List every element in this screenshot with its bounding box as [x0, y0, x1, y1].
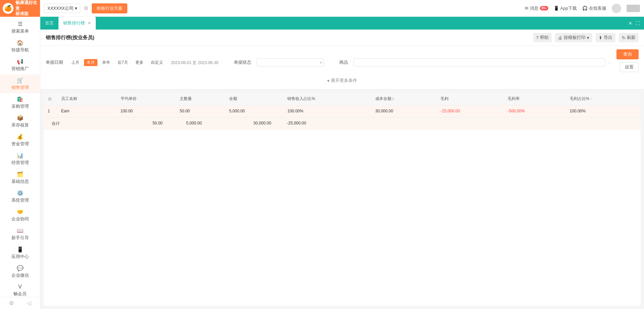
tabbar: 首页 销售排行榜 ✕ ✕ ⛶ — [40, 17, 644, 30]
filter-row: 单据日期 上月 本月 本年 近7天 更多 自定义 2023-06-01 至 20… — [46, 49, 639, 75]
footer-gross-rate — [316, 121, 350, 126]
sales-icon: 🛒 — [17, 77, 24, 84]
sidebar-label-search-order: 搜索菜单 — [11, 28, 29, 34]
sidebar-item-enterprise-collab[interactable]: 🤝企业协同 — [0, 206, 40, 225]
sidebar-item-system[interactable]: ⚙️系统管理 — [0, 187, 40, 206]
custom-date-btn[interactable]: 自定义 — [148, 59, 166, 66]
sidebar-item-sales[interactable]: 🛒销售管理 — [0, 74, 40, 93]
sidebar-label-guide: 新手引导 — [11, 235, 29, 241]
table-header-row: ⚙ 员工名称 平均单价 主数量 全额 销售收入占比% 成本全额 ℹ 毛利 毛利率 — [44, 93, 641, 105]
date-filter-label: 单据日期 — [46, 59, 63, 65]
help-btn[interactable]: ? 帮助 — [533, 33, 552, 42]
tab-sales-ranking[interactable]: 销售排行榜 ✕ — [58, 17, 96, 30]
expand-row: ▾ 展开更多条件 — [46, 75, 639, 86]
sidebar-item-wechat[interactable]: 💬企业微信 — [0, 262, 40, 281]
sidebar: 🍊 畅康通好生意 标准版 ☰搜索菜单🏠快捷导航📢营销推广🛒销售管理🛍️采购管理📦… — [0, 0, 40, 309]
online-service-btn[interactable]: 🎧 在线客服 — [582, 5, 606, 11]
expand-conditions-btn[interactable]: ▾ 展开更多条件 — [327, 78, 357, 84]
more-date-btn[interactable]: 更多 — [133, 59, 146, 66]
export-icon: ⬆ — [599, 35, 602, 40]
sidebar-item-inventory[interactable]: 📦库存核算 — [0, 112, 40, 131]
avatar[interactable] — [612, 4, 621, 13]
help-icon: ? — [536, 35, 539, 40]
this-year-btn[interactable]: 本年 — [99, 59, 113, 66]
gear-icon[interactable]: ⚙ — [84, 5, 88, 11]
sidebar-item-basic-info[interactable]: 🗂️基础信息 — [0, 168, 40, 187]
refresh-label: 刷新 — [627, 35, 636, 41]
export-btn[interactable]: ⬆ 导出 — [596, 33, 615, 42]
collapse-btn[interactable]: ◁ — [27, 300, 31, 306]
sidebar-nav: ☰搜索菜单🏠快捷导航📢营销推广🛒销售管理🛍️采购管理📦库存核算💰资金管理📊经营管… — [0, 17, 40, 297]
table-settings-icon[interactable]: ⚙ — [48, 96, 52, 102]
filter-area: 单据日期 上月 本月 本年 近7天 更多 自定义 2023-06-01 至 20… — [40, 46, 644, 89]
sidebar-label-member: 畅会员 — [13, 291, 27, 297]
query-btn[interactable]: 查询 — [616, 49, 639, 59]
close-icon[interactable]: ✕ — [88, 21, 91, 25]
trial-btn[interactable]: 体验行业方案 — [92, 3, 127, 13]
sidebar-label-operation: 经营管理 — [11, 160, 29, 166]
sidebar-item-guide[interactable]: 📖新手引导 — [0, 225, 40, 244]
message-btn[interactable]: ✉ 消息 99+ — [525, 5, 548, 11]
this-month-btn[interactable]: 本月 — [84, 59, 97, 66]
gross-pct-sort-icon[interactable]: ↑ — [591, 97, 592, 101]
tab-home[interactable]: 首页 — [40, 17, 58, 30]
topbar: XXXXXX公司 ▾ ⚙ 体验行业方案 ✉ 消息 99+ 📱 App下载 🎧 在… — [40, 0, 644, 17]
sidebar-item-app-center[interactable]: 📱应用中心 — [0, 244, 40, 262]
sidebar-label-quick-nav: 快捷导航 — [11, 47, 29, 53]
prev-month-btn[interactable]: 上月 — [69, 59, 82, 66]
finance-icon: 💰 — [17, 134, 24, 140]
sidebar-label-app-center: 应用中心 — [11, 254, 29, 260]
footer-gross: -25,000.00 — [283, 121, 316, 126]
page-header: 销售排行榜(按业务员) ? 帮助 🖨 按模板打印 ▾ ⬆ 导出 ↻ 刷新 — [40, 30, 644, 46]
col-employee: 员工名称 — [57, 93, 117, 105]
col-settings[interactable]: ⚙ — [44, 93, 57, 105]
sidebar-label-sales: 销售管理 — [11, 85, 29, 91]
template-print-btn[interactable]: 🖨 按模板打印 ▾ — [555, 33, 592, 42]
online-service-label: 在线客服 — [589, 5, 606, 11]
app-download-btn[interactable]: 📱 App下载 — [554, 5, 577, 11]
message-label: 消息 — [530, 5, 539, 11]
headset-icon: 🎧 — [582, 6, 588, 11]
col-main-qty: 主数量 — [176, 93, 225, 105]
col-amount: 全额 — [225, 93, 283, 105]
company-selector[interactable]: XXXXXX公司 ▾ — [44, 4, 80, 13]
page-actions: ? 帮助 🖨 按模板打印 ▾ ⬆ 导出 ↻ 刷新 — [533, 33, 639, 46]
app-download-label: App下载 — [560, 5, 577, 11]
footer-cost-amount: 30,000.00 — [249, 121, 283, 126]
help-label: 帮助 — [540, 35, 549, 41]
purchase-icon: 🛍️ — [17, 96, 24, 102]
expand-window-icon[interactable]: ⛶ — [636, 21, 640, 26]
refresh-icon: ↻ — [622, 35, 626, 40]
sidebar-item-marketing[interactable]: 📢营销推广 — [0, 56, 40, 74]
download-icon: 📱 — [554, 6, 559, 11]
filter-settings-btn[interactable]: 设置 — [620, 62, 639, 72]
refresh-btn[interactable]: ↻ 刷新 — [619, 33, 639, 42]
data-table: ⚙ 员工名称 平均单价 主数量 全额 销售收入占比% 成本全额 ℹ 毛利 毛利率 — [44, 93, 641, 117]
goods-input[interactable] — [353, 58, 605, 66]
date-filters: 上月 本月 本年 近7天 更多 自定义 — [69, 59, 166, 66]
settings-footer-btn[interactable]: ⚙ — [9, 300, 14, 306]
sidebar-item-purchase[interactable]: 🛍️采购管理 — [0, 93, 40, 112]
col-cost-amount: 成本全额 ℹ — [371, 93, 437, 105]
sidebar-item-quick-nav[interactable]: 🏠快捷导航 — [0, 37, 40, 56]
tab-home-label: 首页 — [45, 20, 54, 26]
status-select[interactable] — [257, 58, 324, 66]
sidebar-item-search-order[interactable]: ☰搜索菜单 — [0, 18, 40, 37]
footer-sales-pct — [216, 121, 249, 126]
sidebar-item-member[interactable]: V畅会员 — [0, 281, 40, 297]
guide-icon: 📖 — [17, 227, 24, 234]
cell-cost-amount: 30,000.00 — [371, 105, 437, 117]
sidebar-item-operation[interactable]: 📊经营管理 — [0, 150, 40, 168]
close-all-icon[interactable]: ✕ — [629, 21, 632, 26]
col-gross: 毛利 — [436, 93, 504, 105]
goods-more-icon[interactable]: ··· — [607, 60, 611, 65]
table-row: 1 Eam 100.00 50.00 5,000.00 100.00% 30,0… — [44, 105, 641, 117]
cell-avg-price: 100.00 — [117, 105, 176, 117]
sidebar-item-finance[interactable]: 💰资金管理 — [0, 131, 40, 150]
footer-avg-price — [115, 121, 148, 126]
last7days-btn[interactable]: 近7天 — [115, 59, 131, 66]
export-label: 导出 — [604, 35, 612, 41]
user-name[interactable] — [627, 5, 640, 12]
company-name: XXXXXX公司 — [47, 5, 74, 11]
system-icon: ⚙️ — [17, 190, 24, 196]
